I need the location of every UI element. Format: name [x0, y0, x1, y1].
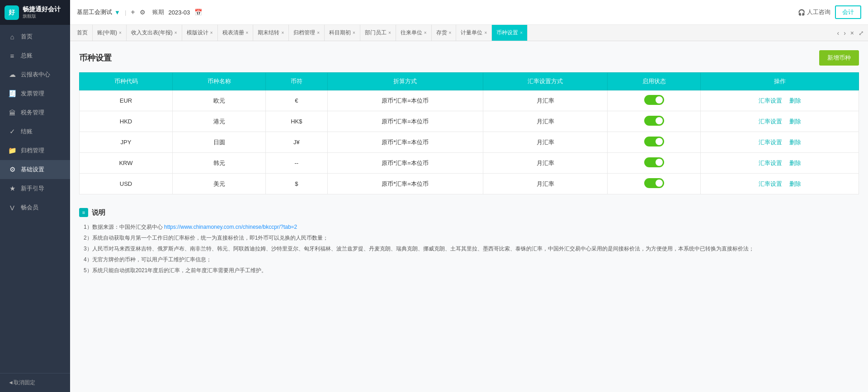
settings-icon: ⚙	[8, 165, 16, 174]
sidebar-item-guide[interactable]: ★ 新手引导	[0, 179, 70, 198]
tab-home[interactable]: 首页	[72, 25, 93, 41]
ai-consult-button[interactable]: 🎧 人工咨询	[798, 8, 830, 16]
tab-label: 科目期初	[329, 29, 351, 37]
tab-label: 首页	[77, 29, 88, 37]
tab-close-icon[interactable]: ×	[388, 30, 391, 35]
tab-unit[interactable]: 计量单位 ×	[456, 25, 492, 41]
sidebar: 好 畅捷通好会计 旗舰版 ⌂ 首页 ≡ 总账 ☁ 云报表中心 🧾 发票管理 🏛 …	[0, 0, 70, 392]
cell-actions: 汇率设置 删除	[701, 111, 859, 132]
project-name[interactable]: 基层工会测试 ▼	[77, 8, 120, 16]
col-rate-method: 汇率设置方式	[483, 73, 608, 90]
tab-fullscreen-icon[interactable]: ⤢	[857, 29, 866, 37]
cell-symbol: --	[266, 153, 327, 174]
ledger-icon: ≡	[8, 52, 16, 60]
tab-close-icon[interactable]: ×	[449, 30, 452, 35]
delete-link[interactable]: 删除	[789, 139, 801, 146]
tab-prev-icon[interactable]: ‹	[835, 29, 841, 37]
sidebar-item-member[interactable]: V 畅会员	[0, 198, 70, 217]
tab-close-icon[interactable]: ×	[424, 30, 427, 35]
sidebar-item-label: 结账	[21, 128, 33, 136]
notes-item: 5）系统只能自动抓取2021年度后的汇率，之前年度汇率需要用户手工维护。	[79, 265, 859, 276]
notes-link[interactable]: https://www.chinamoney.com.cn/chinese/bk…	[164, 224, 297, 230]
cell-code: KRW	[80, 153, 173, 174]
separator: |	[125, 9, 126, 16]
tab-inventory[interactable]: 存货 ×	[432, 25, 457, 41]
sidebar-item-tax[interactable]: 🏛 税务管理	[0, 103, 70, 122]
tab-dept[interactable]: 部门员工 ×	[360, 25, 396, 41]
project-name-text: 基层工会测试	[77, 8, 112, 16]
cell-symbol: €	[266, 90, 327, 111]
add-project-button[interactable]: +	[131, 8, 135, 16]
tab-label: 存货	[436, 29, 447, 37]
tab-taxclear[interactable]: 税表清册 ×	[218, 25, 254, 41]
account-button[interactable]: 会计	[835, 5, 861, 19]
tab-label: 计量单位	[461, 29, 482, 37]
status-toggle[interactable]	[644, 178, 664, 188]
tab-close-icon[interactable]: ×	[281, 30, 284, 35]
tab-partner[interactable]: 往来单位 ×	[396, 25, 432, 41]
tab-income[interactable]: 收入支出表(年报) ×	[127, 25, 182, 41]
tab-periodend[interactable]: 期末结转 ×	[253, 25, 289, 41]
status-toggle[interactable]	[644, 157, 664, 167]
notes-item: 4）无官方牌价的币种，可以用户手工维护汇率信息；	[79, 254, 859, 265]
tab-close-icon[interactable]: ×	[353, 30, 355, 35]
sidebar-item-close[interactable]: ✓ 结账	[0, 122, 70, 141]
app-logo: 好 畅捷通好会计 旗舰版	[0, 0, 70, 25]
delete-link[interactable]: 删除	[789, 180, 801, 187]
status-toggle[interactable]	[644, 95, 664, 105]
sidebar-item-home[interactable]: ⌂ 首页	[0, 27, 70, 46]
tab-label: 归档管理	[293, 29, 315, 37]
dropdown-icon[interactable]: ▼	[114, 9, 120, 16]
calendar-icon[interactable]: 📅	[194, 9, 202, 16]
ai-consult-label: 人工咨询	[807, 8, 830, 16]
cell-calc-method: 原币*汇率=本位币	[327, 174, 483, 194]
rate-setting-link[interactable]: 汇率设置	[759, 118, 782, 125]
tab-subjects[interactable]: 科目期初 ×	[325, 25, 360, 41]
sidebar-item-ledger[interactable]: ≡ 总账	[0, 46, 70, 65]
tab-close-icon[interactable]: ×	[484, 30, 487, 35]
settings-button[interactable]: ⚙	[140, 9, 146, 16]
tab-archivemgr[interactable]: 归档管理 ×	[289, 25, 325, 41]
tab-close-icon[interactable]: ×	[175, 30, 177, 35]
sidebar-item-label: 发票管理	[21, 90, 44, 98]
tab-currency[interactable]: 币种设置 ×	[492, 25, 528, 41]
app-name: 畅捷通好会计	[23, 5, 61, 13]
notes-item: 3）人民币对马来西亚林吉特、俄罗斯卢布、南非兰特、韩元、阿联酋迪拉姆、沙特里亚尔…	[79, 243, 859, 254]
sidebar-item-settings[interactable]: ⚙ 基础设置	[0, 160, 70, 179]
rate-setting-link[interactable]: 汇率设置	[759, 97, 782, 104]
sidebar-item-reports[interactable]: ☁ 云报表中心	[0, 65, 70, 84]
tab-close-icon[interactable]: ×	[210, 30, 213, 35]
col-name: 币种名称	[173, 73, 266, 90]
notes-section: ≡ 说明 1）数据来源：中国外汇交易中心 https://www.chinamo…	[79, 208, 859, 276]
cell-calc-method: 原币*汇率=本位币	[327, 153, 483, 174]
tab-close-icon[interactable]: ×	[246, 30, 249, 35]
rate-setting-link[interactable]: 汇率设置	[759, 139, 782, 146]
cell-calc-method: 原币*汇率=本位币	[327, 111, 483, 132]
tab-label: 币种设置	[496, 29, 518, 37]
sidebar-item-invoice[interactable]: 🧾 发票管理	[0, 84, 70, 103]
status-toggle[interactable]	[644, 116, 664, 126]
tab-close-all-icon[interactable]: ×	[849, 29, 856, 37]
tab-close-icon[interactable]: ×	[317, 30, 320, 35]
tab-close-icon[interactable]: ×	[119, 30, 122, 35]
cell-calc-method: 原币*汇率=本位币	[327, 90, 483, 111]
tab-period[interactable]: 账(中期) ×	[93, 25, 127, 41]
delete-link[interactable]: 删除	[789, 118, 801, 125]
unpin-button[interactable]: ◄取消固定	[0, 373, 70, 392]
notes-icon: ≡	[79, 208, 88, 217]
tax-icon: 🏛	[8, 109, 16, 117]
sidebar-item-label: 首页	[21, 33, 33, 41]
tab-label: 期末结转	[258, 29, 279, 37]
tab-template[interactable]: 模版设计 ×	[182, 25, 218, 41]
sidebar-item-archive[interactable]: 📁 归档管理	[0, 141, 70, 160]
tab-close-icon[interactable]: ×	[520, 30, 523, 35]
rate-setting-link[interactable]: 汇率设置	[759, 180, 782, 187]
delete-link[interactable]: 删除	[789, 160, 801, 166]
tab-next-icon[interactable]: ›	[842, 29, 848, 37]
notes-list: 1）数据来源：中国外汇交易中心 https://www.chinamoney.c…	[79, 222, 859, 276]
rate-setting-link[interactable]: 汇率设置	[759, 160, 782, 166]
status-toggle[interactable]	[644, 137, 664, 146]
delete-link[interactable]: 删除	[789, 97, 801, 104]
new-currency-button[interactable]: 新增币种	[819, 50, 859, 66]
cell-actions: 汇率设置 删除	[701, 90, 859, 111]
